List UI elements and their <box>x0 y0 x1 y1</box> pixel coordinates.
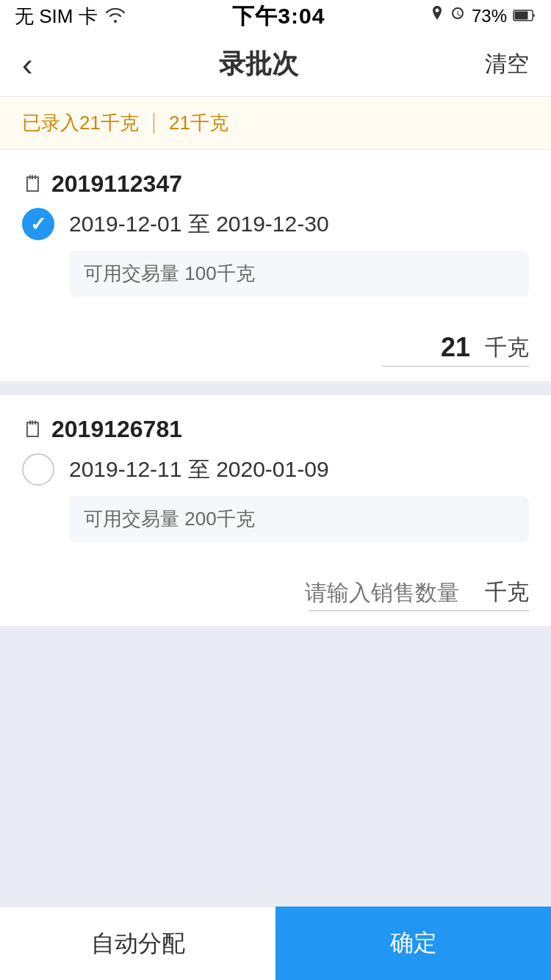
batch2-available: 可用交易量 200千克 <box>69 496 529 542</box>
batch1-amount-line <box>382 366 529 367</box>
auto-distribute-button[interactable]: 自动分配 <box>0 907 276 980</box>
nav-bar: ‹ 录批次 清空 <box>0 32 551 97</box>
page-title: 录批次 <box>219 46 298 82</box>
batch1-available-label: 可用交易量 <box>84 262 179 284</box>
status-time: 下午3:04 <box>232 1 325 32</box>
info-banner: 已录入21千克 21千克 <box>0 97 551 150</box>
batch2-available-value: 200千克 <box>184 508 254 530</box>
batch2-date-range: 2019-12-11 至 2020-01-09 <box>69 455 329 485</box>
batch2-input-row: 千克 <box>0 563 551 627</box>
status-bar: 无 SIM 卡 下午3:04 73% <box>0 0 551 32</box>
batch2-available-label: 可用交易量 <box>84 508 179 530</box>
back-button[interactable]: ‹ <box>22 48 33 81</box>
batch2-inner: 🗒 2019126781 2019-12-11 至 2020-01-09 可用交… <box>0 395 551 563</box>
batch1-available: 可用交易量 100千克 <box>69 251 529 297</box>
battery-icon <box>513 6 536 26</box>
batch1-radio[interactable] <box>22 208 54 240</box>
battery-label: 73% <box>472 6 507 26</box>
batch1-doc-icon: 🗒 <box>22 172 44 197</box>
status-left: 无 SIM 卡 <box>15 4 127 29</box>
carrier-label: 无 SIM 卡 <box>15 4 98 29</box>
svg-rect-1 <box>514 12 527 20</box>
confirm-button[interactable]: 确定 <box>276 907 551 980</box>
empty-area <box>0 628 551 922</box>
batch1-amount-row: 21 千克 <box>0 317 551 382</box>
batch2-doc-icon: 🗒 <box>22 417 44 442</box>
batch2-input-underline <box>309 610 529 611</box>
batch2-qty-unit: 千克 <box>485 577 529 608</box>
batch2-input-wrapper: 千克 <box>250 577 529 611</box>
batch2-radio[interactable] <box>22 453 54 486</box>
info-divider <box>154 113 154 134</box>
batch2-header: 🗒 2019126781 <box>22 416 529 443</box>
info-label: 已录入21千克 <box>22 110 139 136</box>
location-icon <box>431 6 444 26</box>
batch2-number: 2019126781 <box>51 416 182 443</box>
batch1-date-range: 2019-12-01 至 2019-12-30 <box>69 209 329 239</box>
bottom-bar: 自动分配 确定 <box>0 907 551 980</box>
batch2-card: 🗒 2019126781 2019-12-11 至 2020-01-09 可用交… <box>0 395 551 627</box>
batch2-date-row[interactable]: 2019-12-11 至 2020-01-09 <box>22 453 529 486</box>
batch1-amount-container: 21 千克 <box>382 332 529 367</box>
clear-button[interactable]: 清空 <box>485 49 529 79</box>
separator1 <box>0 383 551 395</box>
batch1-number: 2019112347 <box>51 170 182 198</box>
batch2-qty-input[interactable] <box>250 580 470 605</box>
info-value: 21千克 <box>169 110 228 136</box>
wifi-icon <box>104 5 127 28</box>
batch1-amount-unit: 千克 <box>485 333 529 363</box>
batch1-amount-value[interactable]: 21 <box>441 332 470 363</box>
batch1-date-row[interactable]: 2019-12-01 至 2019-12-30 <box>22 208 529 240</box>
alarm-icon <box>450 6 466 26</box>
batch1-header: 🗒 2019112347 <box>22 170 529 198</box>
batch1-inner: 🗒 2019112347 2019-12-01 至 2019-12-30 可用交… <box>0 150 551 317</box>
batch1-card: 🗒 2019112347 2019-12-01 至 2019-12-30 可用交… <box>0 150 551 382</box>
status-right: 73% <box>431 6 536 26</box>
content-area: 已录入21千克 21千克 🗒 2019112347 2019-12-01 至 2… <box>0 97 551 980</box>
batch1-available-value: 100千克 <box>184 262 254 284</box>
